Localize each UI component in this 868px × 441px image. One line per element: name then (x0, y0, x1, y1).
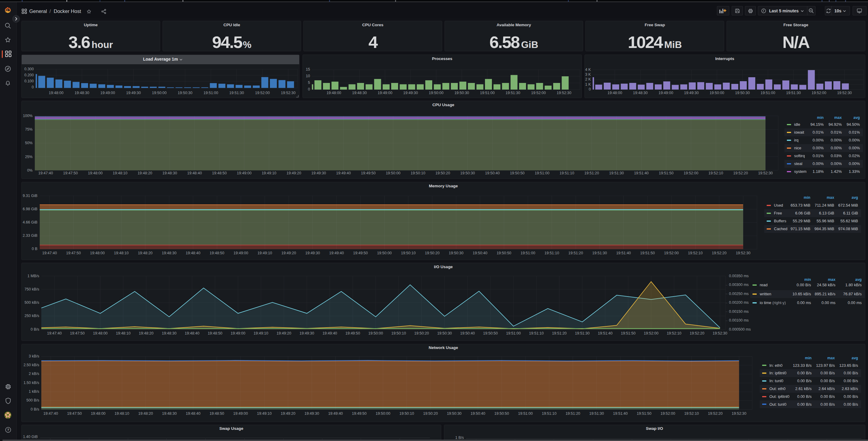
svg-text:?: ? (7, 428, 9, 432)
